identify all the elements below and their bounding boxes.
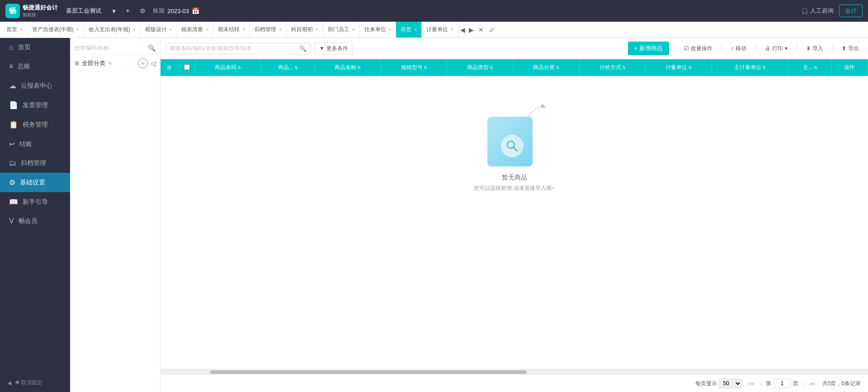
first-page-button[interactable]: ⏮: [746, 379, 756, 388]
horizontal-scrollbar[interactable]: [160, 369, 868, 374]
grid-icon: ⊞: [75, 60, 79, 66]
tab-tax-close[interactable]: ×: [206, 27, 208, 32]
th-gear[interactable]: ⚙: [160, 59, 179, 76]
sidebar-unpin[interactable]: ◀ ◀ 取消固定: [0, 373, 70, 392]
th-barcode[interactable]: 商品条码⇅: [195, 59, 261, 76]
th-code[interactable]: 商品...⇅: [261, 59, 315, 76]
tab-period[interactable]: 期末结转 ×: [213, 22, 250, 38]
sidebar-item-basic[interactable]: ⚙ 基础设置: [0, 173, 70, 192]
tab-expand-button[interactable]: ⤢: [486, 25, 497, 34]
tab-next-button[interactable]: ▶: [467, 25, 476, 34]
tab-subject[interactable]: 科目期初 ×: [287, 22, 323, 38]
sidebar-item-member[interactable]: V 畅会员: [0, 212, 70, 231]
main-search-icon[interactable]: 🔍: [299, 45, 307, 52]
batch-button[interactable]: ☑ 批量操作: [680, 43, 716, 54]
th-unit[interactable]: 计量单位⇅: [646, 59, 712, 76]
sidebar-label-member: 畅会员: [19, 217, 38, 225]
sidebar-item-cloud[interactable]: ☁ 云报表中心: [0, 76, 70, 95]
tab-income-close[interactable]: ×: [133, 27, 136, 32]
tab-archive-close[interactable]: ×: [279, 27, 282, 32]
tab-inventory-close[interactable]: ×: [414, 27, 417, 32]
calendar-icon[interactable]: 📅: [192, 7, 199, 14]
filter-label: 更多条件: [326, 45, 348, 52]
category-header: ⊞ 全部分类 ✎ + ◁: [70, 55, 160, 72]
tab-template[interactable]: 模版设计 ×: [141, 22, 177, 38]
kuaiji-label: 会计: [845, 7, 857, 14]
category-add-button[interactable]: +: [138, 58, 148, 68]
main-search-input[interactable]: [170, 45, 297, 52]
category-collapse-button[interactable]: ◁: [151, 58, 156, 68]
th-name[interactable]: 商品名称⇅: [315, 59, 381, 76]
category-search-input[interactable]: [75, 45, 148, 51]
sidebar-item-home[interactable]: ⌂ 首页: [0, 38, 70, 57]
cloud-icon: ☁: [9, 81, 16, 90]
tab-close-all-button[interactable]: ✕: [476, 25, 486, 34]
tab-inventory[interactable]: 存货 ×: [396, 22, 422, 38]
tab-dept[interactable]: 部门员工 ×: [323, 22, 360, 38]
th-type[interactable]: 商品类型⇅: [447, 59, 513, 76]
add-tab-button[interactable]: +: [123, 5, 132, 17]
right-content: 🔍 ▼ 更多条件 + 新增商品 ☑ 批量操作 ↕ 移动: [160, 38, 868, 392]
tab-unit[interactable]: 计量单位 ×: [422, 22, 458, 38]
tab-prev-button[interactable]: ◀: [458, 25, 467, 34]
prev-page-button[interactable]: ‹: [758, 379, 764, 388]
th-main2[interactable]: 主...⇅: [788, 59, 832, 76]
kuaiji-button[interactable]: 会计: [839, 5, 863, 17]
service-button[interactable]: 🎧 人工咨询: [801, 7, 834, 15]
tab-subject-close[interactable]: ×: [316, 27, 318, 32]
th-check[interactable]: [179, 59, 195, 76]
print-label: 打印: [772, 45, 783, 52]
next-page-button[interactable]: ›: [800, 379, 806, 388]
company-dropdown-icon[interactable]: ▾: [109, 5, 118, 17]
sidebar-item-guide[interactable]: 📖 新手引导: [0, 192, 70, 212]
svg-marker-0: [540, 104, 545, 108]
th-main-unit[interactable]: 主计量单位⇅: [712, 59, 788, 76]
settings-button[interactable]: ⚙: [137, 5, 148, 16]
scrollbar-thumb[interactable]: [210, 370, 527, 374]
empty-title: 暂无商品: [502, 174, 527, 182]
pagination: ⏮ ‹ 第 页 › ⏭: [746, 379, 817, 388]
tab-dept-close[interactable]: ×: [352, 27, 355, 32]
tab-home-close[interactable]: ×: [20, 27, 23, 32]
tab-archive[interactable]: 归档管理 ×: [250, 22, 287, 38]
th-price-method[interactable]: 计价方式⇅: [580, 59, 646, 76]
th-spec[interactable]: 规格型号⇅: [381, 59, 447, 76]
category-search-icon[interactable]: 🔍: [148, 44, 156, 52]
sidebar-item-invoice[interactable]: 📄 发票管理: [0, 95, 70, 115]
sidebar-label-cloud: 云报表中心: [21, 82, 52, 90]
page-input[interactable]: [773, 379, 791, 388]
last-page-button[interactable]: ⏭: [808, 379, 818, 388]
sidebar-item-close[interactable]: ↩ 结账: [0, 134, 70, 154]
th-category[interactable]: 商品分类⇅: [513, 59, 579, 76]
move-label: 移动: [736, 45, 746, 52]
export-button[interactable]: ⬆ 导出: [838, 43, 863, 54]
sidebar-item-tax[interactable]: 📋 税务管理: [0, 115, 70, 134]
logo-main-text: 畅捷通好会计: [23, 4, 58, 12]
tab-template-close[interactable]: ×: [170, 27, 172, 32]
tab-period-close[interactable]: ×: [242, 27, 245, 32]
tab-unit-label: 计量单位: [426, 26, 448, 33]
per-page-dropdown[interactable]: 50 10 20 100: [719, 378, 742, 388]
tab-home[interactable]: 首页 ×: [2, 22, 28, 38]
tab-balance[interactable]: 资产负债表(中期) ×: [28, 22, 84, 38]
add-product-button[interactable]: + 新增商品: [628, 42, 669, 55]
select-all-checkbox[interactable]: [184, 64, 190, 70]
sidebar-label-tax: 税务管理: [23, 121, 48, 129]
print-button[interactable]: 🖨 打印 ▾: [761, 43, 791, 54]
move-button[interactable]: ↕ 移动: [727, 43, 750, 54]
import-button[interactable]: ⬇ 导入: [802, 43, 827, 54]
table-footer: 每页显示 50 10 20 100 ⏮ ‹ 第 页 › ⏭: [160, 374, 868, 392]
tab-contact[interactable]: 往来单位 ×: [360, 22, 396, 38]
tab-income[interactable]: 收入支出表(年报) ×: [84, 22, 141, 38]
company-name[interactable]: 基层工会测试: [62, 7, 105, 15]
sidebar-label-ledger: 总账: [18, 62, 30, 71]
main-search-bar: 🔍: [166, 43, 311, 54]
import-icon: ⬇: [806, 45, 811, 52]
sidebar-item-archive[interactable]: 🗂 归档管理: [0, 154, 70, 173]
sidebar-item-ledger[interactable]: ≡ 总账: [0, 57, 70, 76]
tab-contact-close[interactable]: ×: [389, 27, 392, 32]
tab-unit-close[interactable]: ×: [451, 27, 453, 32]
tab-balance-close[interactable]: ×: [76, 27, 79, 32]
tab-tax[interactable]: 税表清册 ×: [177, 22, 213, 38]
filter-button[interactable]: ▼ 更多条件: [314, 43, 353, 55]
